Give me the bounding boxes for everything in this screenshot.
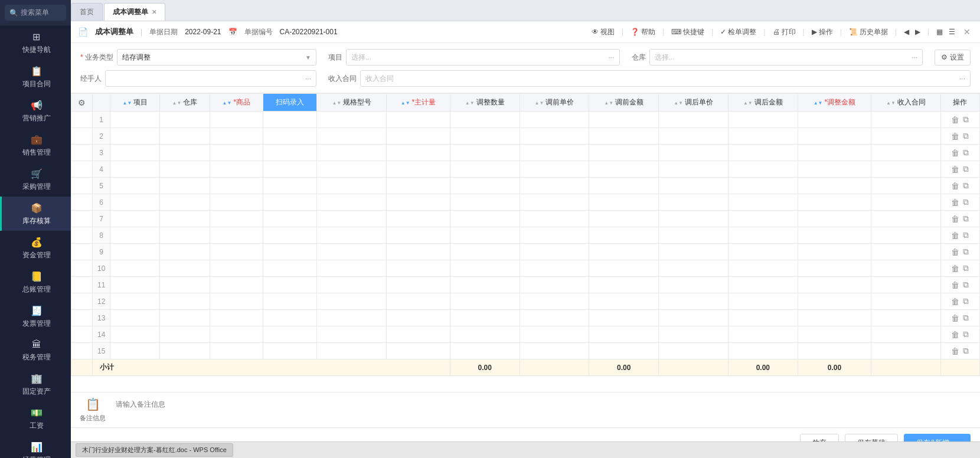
copy-icon-15[interactable]: ⧉ [963, 346, 969, 356]
row-after-amount-12[interactable] [728, 293, 798, 310]
th-spec[interactable]: ▲▼规格型号 [317, 94, 387, 112]
delete-icon-5[interactable]: 🗑 [951, 181, 959, 191]
row-adjust-amount-7[interactable] [798, 211, 871, 227]
row-checkbox[interactable] [71, 194, 93, 211]
row-after-amount-9[interactable] [728, 244, 798, 260]
shortcut-btn[interactable]: ⌨快捷键 [671, 27, 704, 37]
row-scan-2[interactable] [263, 128, 317, 145]
row-adjust-qty-5[interactable] [450, 178, 520, 194]
row-after-price-14[interactable] [659, 326, 729, 343]
row-checkbox[interactable] [71, 211, 93, 227]
row-before-price-13[interactable] [520, 310, 589, 326]
row-spec-5[interactable] [317, 178, 387, 194]
row-checkbox[interactable] [71, 178, 93, 194]
tab-home[interactable]: 首页 [71, 3, 103, 21]
row-warehouse-2[interactable] [160, 128, 210, 145]
row-income-contract-12[interactable] [871, 293, 941, 310]
row-before-amount-6[interactable] [589, 194, 659, 211]
copy-icon-10[interactable]: ⧉ [963, 263, 969, 273]
sidebar-item-quick-nav[interactable]: ⊞快捷导航 [0, 25, 71, 60]
row-after-amount-6[interactable] [728, 194, 798, 211]
row-before-amount-2[interactable] [589, 128, 659, 145]
row-warehouse-11[interactable] [160, 277, 210, 293]
row-warehouse-3[interactable] [160, 145, 210, 161]
copy-icon-9[interactable]: ⧉ [963, 247, 969, 257]
row-after-price-3[interactable] [659, 145, 729, 161]
row-checkbox[interactable] [71, 145, 93, 161]
row-income-contract-9[interactable] [871, 244, 941, 260]
sidebar-item-project-contract[interactable]: 📋项目合同 [0, 60, 71, 94]
row-adjust-amount-5[interactable] [798, 178, 871, 194]
row-after-price-12[interactable] [659, 293, 729, 310]
row-before-amount-13[interactable] [589, 310, 659, 326]
row-scan-14[interactable] [263, 326, 317, 343]
row-adjust-amount-6[interactable] [798, 194, 871, 211]
row-unit-11[interactable] [387, 277, 450, 293]
project-more-icon[interactable]: ··· [608, 53, 614, 61]
row-scan-13[interactable] [263, 310, 317, 326]
close-button[interactable]: ✕ [961, 26, 973, 38]
row-checkbox[interactable] [71, 244, 93, 260]
row-income-contract-10[interactable] [871, 260, 941, 277]
row-product-10[interactable] [210, 260, 263, 277]
row-adjust-qty-12[interactable] [450, 293, 520, 310]
row-adjust-amount-13[interactable] [798, 310, 871, 326]
row-after-price-6[interactable] [659, 194, 729, 211]
project-input[interactable]: 选择... ··· [346, 49, 620, 66]
tab-close-icon[interactable]: ✕ [152, 9, 156, 15]
row-project-1[interactable] [110, 112, 160, 128]
row-adjust-qty-10[interactable] [450, 260, 520, 277]
row-before-price-4[interactable] [520, 161, 589, 178]
row-adjust-amount-15[interactable] [798, 343, 871, 359]
row-before-price-15[interactable] [520, 343, 589, 359]
delete-icon-1[interactable]: 🗑 [951, 115, 959, 125]
copy-icon-1[interactable]: ⧉ [963, 114, 969, 125]
row-checkbox[interactable] [71, 277, 93, 293]
row-product-15[interactable] [210, 343, 263, 359]
row-project-6[interactable] [110, 194, 160, 211]
row-adjust-amount-8[interactable] [798, 227, 871, 244]
row-scan-10[interactable] [263, 260, 317, 277]
row-before-price-9[interactable] [520, 244, 589, 260]
row-before-price-6[interactable] [520, 194, 589, 211]
handler-input[interactable]: ··· [105, 70, 316, 87]
row-before-amount-11[interactable] [589, 277, 659, 293]
delete-icon-14[interactable]: 🗑 [951, 330, 959, 339]
row-after-price-5[interactable] [659, 178, 729, 194]
view-btn[interactable]: 👁视图 [592, 27, 615, 37]
row-spec-11[interactable] [317, 277, 387, 293]
row-spec-12[interactable] [317, 293, 387, 310]
row-after-amount-14[interactable] [728, 326, 798, 343]
check-adjust-btn[interactable]: ✓检单调整 [720, 27, 756, 37]
row-scan-15[interactable] [263, 343, 317, 359]
row-before-price-8[interactable] [520, 227, 589, 244]
sidebar-item-invoice-mgmt[interactable]: 🧾发票管理 [0, 299, 71, 333]
delete-icon-6[interactable]: 🗑 [951, 198, 959, 207]
row-warehouse-15[interactable] [160, 343, 210, 359]
th-before-amount[interactable]: ▲▼调前金额 [589, 94, 659, 112]
handler-more-icon[interactable]: ··· [305, 74, 311, 83]
row-adjust-amount-14[interactable] [798, 326, 871, 343]
row-spec-7[interactable] [317, 211, 387, 227]
row-adjust-qty-3[interactable] [450, 145, 520, 161]
row-before-amount-8[interactable] [589, 227, 659, 244]
row-product-13[interactable] [210, 310, 263, 326]
row-checkbox[interactable] [71, 112, 93, 128]
row-product-5[interactable] [210, 178, 263, 194]
row-adjust-amount-12[interactable] [798, 293, 871, 310]
delete-icon-9[interactable]: 🗑 [951, 247, 959, 257]
row-adjust-qty-1[interactable] [450, 112, 520, 128]
row-unit-5[interactable] [387, 178, 450, 194]
th-scan-input[interactable]: 扫码录入 [263, 94, 317, 112]
row-unit-3[interactable] [387, 145, 450, 161]
row-checkbox[interactable] [71, 227, 93, 244]
row-adjust-qty-15[interactable] [450, 343, 520, 359]
nav-left-btn[interactable]: ◀ [904, 28, 909, 36]
row-before-amount-9[interactable] [589, 244, 659, 260]
th-adjust-amount[interactable]: ▲▼*调整金额 [798, 94, 871, 112]
row-adjust-amount-11[interactable] [798, 277, 871, 293]
delete-icon-7[interactable]: 🗑 [951, 214, 959, 224]
row-scan-6[interactable] [263, 194, 317, 211]
row-income-contract-14[interactable] [871, 326, 941, 343]
row-before-amount-5[interactable] [589, 178, 659, 194]
